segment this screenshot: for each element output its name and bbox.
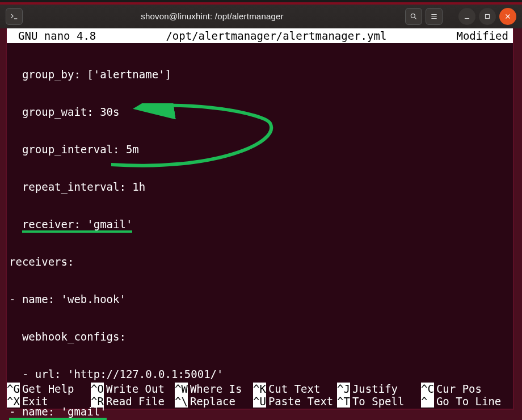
svg-rect-1 bbox=[486, 15, 490, 19]
highlight-receiver-gmail: receiver: 'gmail' bbox=[22, 218, 132, 233]
window-maximize-button[interactable] bbox=[479, 8, 496, 25]
terminal-app-icon[interactable] bbox=[6, 8, 23, 25]
nano-shortcut: ^_Go To Line bbox=[421, 395, 505, 408]
nano-shortcut: ^OWrite Out bbox=[91, 383, 175, 395]
nano-shortcut: ^TTo Spell bbox=[337, 395, 421, 408]
nano-shortcut-bar: ^GGet Help ^OWrite Out ^WWhere Is ^KCut … bbox=[7, 383, 513, 408]
search-button[interactable] bbox=[405, 8, 422, 25]
nano-shortcut: ^CCur Pos bbox=[421, 383, 505, 395]
yaml-line: group_by: ['alertname'] bbox=[9, 68, 511, 81]
hamburger-menu-button[interactable] bbox=[426, 8, 443, 25]
gnome-top-panel bbox=[0, 0, 522, 5]
yaml-line: group_wait: 30s bbox=[9, 106, 511, 118]
yaml-line: receiver: 'gmail' bbox=[9, 218, 511, 230]
nano-shortcut: ^KCut Text bbox=[253, 383, 337, 395]
key-chip: ^J bbox=[337, 383, 350, 395]
yaml-line: receivers: bbox=[9, 255, 511, 268]
nano-file-path: /opt/alertmanager/alertmanager.yml bbox=[96, 28, 456, 43]
nano-shortcut: ^JJustify bbox=[337, 383, 421, 395]
key-chip: ^R bbox=[91, 395, 104, 408]
nano-shortcut: ^WWhere Is bbox=[175, 383, 253, 395]
yaml-line: group_interval: 5m bbox=[9, 143, 511, 156]
nano-shortcut: ^RRead File bbox=[91, 395, 175, 408]
key-chip: ^O bbox=[91, 383, 104, 395]
window-minimize-button[interactable] bbox=[458, 8, 475, 25]
key-chip: ^C bbox=[421, 383, 434, 395]
yaml-line: - url: 'http://127.0.0.1:5001/' bbox=[9, 368, 511, 380]
window-close-button[interactable] bbox=[499, 8, 516, 25]
nano-shortcut: ^UPaste Text bbox=[253, 395, 337, 408]
key-chip: ^G bbox=[7, 383, 20, 395]
key-chip: ^K bbox=[253, 383, 266, 395]
key-chip: ^_ bbox=[421, 395, 434, 408]
svg-point-0 bbox=[411, 14, 415, 18]
nano-version: GNU nano 4.8 bbox=[9, 28, 96, 43]
yaml-line: repeat_interval: 1h bbox=[9, 180, 511, 193]
window-title: shovon@linuxhint: /opt/alertmanager bbox=[23, 10, 402, 23]
key-chip: ^X bbox=[7, 395, 20, 408]
nano-modified-flag: Modified bbox=[456, 28, 511, 43]
nano-shortcut: ^\Replace bbox=[175, 395, 253, 408]
key-chip: ^W bbox=[175, 383, 188, 395]
nano-shortcut: ^GGet Help bbox=[7, 383, 91, 395]
yaml-line: - name: 'web.hook' bbox=[9, 293, 511, 305]
yaml-line: webhook_configs: bbox=[9, 330, 511, 343]
terminal-viewport[interactable]: GNU nano 4.8 /opt/alertmanager/alertmana… bbox=[6, 28, 514, 410]
window-titlebar: shovon@linuxhint: /opt/alertmanager bbox=[0, 5, 522, 28]
editor-content[interactable]: group_by: ['alertname'] group_wait: 30s … bbox=[7, 43, 513, 420]
key-chip: ^T bbox=[337, 395, 350, 408]
key-chip: ^\ bbox=[175, 395, 188, 408]
nano-status-bar: GNU nano 4.8 /opt/alertmanager/alertmana… bbox=[7, 28, 513, 43]
nano-shortcut: ^XExit bbox=[7, 395, 91, 408]
key-chip: ^U bbox=[253, 395, 266, 408]
